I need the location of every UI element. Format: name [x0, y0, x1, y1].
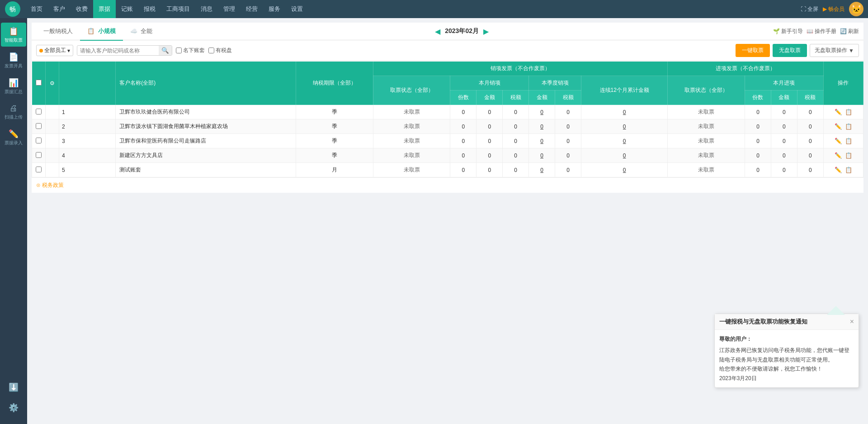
nav-fee[interactable]: 收费 [71, 0, 93, 18]
nav-operation[interactable]: 经营 [241, 0, 263, 18]
no-disk-operations-button[interactable]: 无盘取票操作 ▼ [810, 44, 859, 57]
nav-service[interactable]: 服务 [263, 0, 286, 18]
edit-icon[interactable]: ✏️ [835, 123, 842, 130]
smart-fetch-icon: 📋 [9, 26, 19, 36]
tab-all-label: 全能 [141, 28, 152, 34]
view-icon[interactable]: 📋 [845, 109, 852, 115]
edit-icon[interactable]: ✏️ [835, 109, 842, 115]
row-s12-amount: 0 [581, 105, 667, 119]
period-nav: ◀ 2023年02月 ▶ [435, 27, 489, 36]
row-checkbox[interactable] [32, 105, 46, 119]
notif-body: 尊敬的用户： 江苏政务网已恢复访问电子税务局功能，您代账一键登陆电子税务局与无盘… [715, 330, 859, 387]
sidebar-item-download[interactable]: ⬇️ [1, 379, 26, 397]
edit-icon[interactable]: ✏️ [835, 152, 842, 159]
tab-all[interactable]: ☁️ 全能 [123, 23, 160, 41]
new-guide-link[interactable]: 🌱 新手引导 [773, 28, 803, 35]
row-checkbox[interactable] [32, 163, 46, 177]
no-disk-fetch-button[interactable]: 无盘取票 [773, 44, 807, 57]
edit-icon[interactable]: ✏️ [835, 167, 842, 173]
user-avatar[interactable]: 🐱 [849, 2, 863, 16]
row-select-0[interactable] [36, 109, 42, 114]
nav-manage[interactable]: 管理 [218, 0, 241, 18]
new-guide-label: 新手引导 [781, 28, 803, 35]
row-p-count: 0 [745, 148, 771, 163]
view-icon[interactable]: 📋 [845, 123, 852, 130]
col-no [59, 62, 116, 105]
col-sq-tax: 税额 [555, 91, 581, 105]
manual-link[interactable]: 📖 操作手册 [807, 28, 836, 35]
fullscreen-btn[interactable]: ⛶ 全屏 [801, 5, 818, 13]
row-no: 4 [59, 148, 116, 163]
select-all-checkbox[interactable] [36, 80, 42, 86]
search-button[interactable]: 🔍 [159, 46, 172, 55]
view-icon[interactable]: 📋 [845, 167, 852, 173]
sidebar-item-smart-fetch-label: 智能取票 [5, 38, 23, 43]
row-p-amount: 0 [771, 119, 797, 134]
row-s-count: 0 [450, 163, 476, 177]
invoice-open-icon: 📄 [9, 52, 19, 62]
row-checkbox[interactable] [32, 148, 46, 163]
notif-close-button[interactable]: × [850, 318, 854, 326]
sidebar-item-config[interactable]: ⚙️ [1, 399, 26, 418]
employee-filter[interactable]: 全部员工 ▾ [36, 45, 73, 56]
nav-home[interactable]: 首页 [25, 0, 48, 18]
app-logo[interactable]: 畅 [5, 1, 21, 17]
sidebar-item-data-entry[interactable]: ✏️ 票据录入 [1, 125, 26, 149]
notif-apology: 给您带来的不便敬请谅解，祝您工作愉快！ [719, 364, 854, 373]
row-setting [46, 105, 59, 119]
sub-account-filter[interactable]: 名下账套 [176, 47, 205, 54]
scan-upload-icon: 🖨 [9, 104, 18, 113]
sidebar-item-scan-upload-label: 扫描上传 [5, 114, 23, 120]
row-select-3[interactable] [36, 152, 42, 158]
period-prev-btn[interactable]: ◀ [435, 27, 440, 36]
tab-general[interactable]: 一般纳税人 [36, 23, 80, 41]
sidebar-item-invoice-summary[interactable]: 📊 票据汇总 [1, 74, 26, 98]
row-purchase-status: 未取票 [668, 163, 745, 177]
view-icon[interactable]: 📋 [845, 152, 852, 159]
nav-bookkeeping[interactable]: 记账 [116, 0, 138, 18]
search-input[interactable] [77, 46, 159, 55]
tab-small[interactable]: 📋 小规模 [80, 23, 123, 41]
table-row: 4 新建区方方文具店 季 未取票 0 0 0 0 0 0 未取票 0 0 0 ✏… [32, 148, 863, 163]
view-icon[interactable]: 📋 [845, 138, 852, 144]
nav-message[interactable]: 消息 [195, 0, 218, 18]
one-click-fetch-button[interactable]: 一键取票 [736, 44, 770, 57]
top-nav: 畅 首页 客户 收费 票据 记账 报税 工商项目 消息 管理 经营 服务 设置 … [0, 0, 868, 18]
tax-policy-bar[interactable]: ⊙ 税务政策 [32, 177, 863, 193]
right-actions: 一键取票 无盘取票 无盘取票操作 ▼ [736, 44, 859, 57]
sub-account-checkbox[interactable] [176, 48, 182, 53]
row-select-2[interactable] [36, 138, 42, 143]
row-s12-amount: 0 [581, 119, 667, 134]
row-s-amount: 0 [476, 105, 503, 119]
sidebar-item-scan-upload[interactable]: 🖨 扫描上传 [1, 100, 26, 124]
sidebar-item-smart-fetch[interactable]: 📋 智能取票 [1, 23, 26, 47]
tab-all-icon: ☁️ [130, 28, 137, 34]
has-tax-filter[interactable]: 有税盘 [208, 47, 232, 54]
vip-btn[interactable]: ▶ 畅会员 [823, 5, 844, 13]
row-checkbox[interactable] [32, 134, 46, 148]
row-client-name: 卫辉市汲水镇下圆湖食用菌草木种植家庭农场 [116, 119, 296, 134]
row-checkbox[interactable] [32, 119, 46, 134]
col-sales-month: 本月销项 [450, 76, 529, 91]
edit-icon[interactable]: ✏️ [835, 138, 842, 144]
nav-tax[interactable]: 报税 [138, 0, 161, 18]
period-next-btn[interactable]: ▶ [483, 27, 489, 36]
notif-triangle [827, 306, 845, 315]
refresh-link[interactable]: 🔄 刷新 [840, 28, 859, 35]
nav-client[interactable]: 客户 [48, 0, 71, 18]
row-purchase-status: 未取票 [668, 105, 745, 119]
nav-business[interactable]: 工商项目 [161, 0, 195, 18]
row-no: 5 [59, 163, 116, 177]
config-icon: ⚙️ [9, 403, 19, 413]
row-select-4[interactable] [36, 167, 42, 172]
has-tax-checkbox[interactable] [208, 48, 214, 53]
sidebar-item-invoice-summary-label: 票据汇总 [5, 89, 23, 95]
row-actions: ✏️ 📋 [823, 134, 863, 148]
row-p-tax: 0 [797, 148, 823, 163]
nav-settings[interactable]: 设置 [286, 0, 308, 18]
sidebar-item-invoice-open[interactable]: 📄 发票开具 [1, 48, 26, 72]
nav-invoice[interactable]: 票据 [93, 0, 116, 18]
row-select-1[interactable] [36, 123, 42, 129]
row-s-amount: 0 [476, 148, 503, 163]
filter-dot [39, 49, 43, 52]
